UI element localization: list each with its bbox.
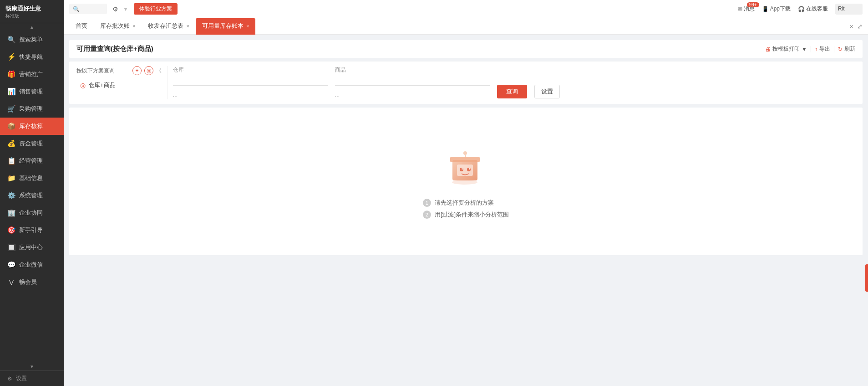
batch-ledger-close-icon[interactable]: × — [132, 23, 135, 29]
tab-home[interactable]: 首页 — [69, 18, 94, 35]
svg-rect-2 — [457, 165, 473, 176]
sidebar-item-label: 企业微信 — [19, 261, 43, 269]
online-service-link[interactable]: 🎧 在线客服 — [798, 5, 828, 13]
settings-button[interactable]: 设置 — [534, 85, 560, 98]
money-icon: 💰 — [7, 139, 15, 148]
user-avatar[interactable]: Rit — [835, 4, 863, 15]
home-tab-label: 首页 — [76, 22, 87, 30]
sidebar-item-marketing[interactable]: 🎁 营销推广 — [0, 66, 64, 83]
print-icon: 🖨 — [765, 46, 771, 52]
print-button[interactable]: 🖨 按模板打印 ▼ — [765, 45, 807, 53]
sidebar-scroll-down[interactable]: ▼ — [0, 363, 64, 371]
lightning-icon: ⚡ — [7, 53, 15, 61]
topbar-messages[interactable]: ✉ 消息 99+ — [738, 5, 755, 13]
empty-state: 1 请先选择要分析的方案 2 用[过滤]条件来缩小分析范围 — [69, 108, 863, 255]
filter-add-button[interactable]: + — [132, 66, 142, 75]
page-header: 可用量查询(按仓库+商品) 🖨 按模板打印 ▼ ↑ 导出 ↻ 刷新 — [69, 40, 863, 58]
sidebar-settings-label: 设置 — [16, 375, 27, 382]
sidebar-item-shortcut[interactable]: ⚡ 快捷导航 — [0, 48, 64, 66]
available-ledger-close-icon[interactable]: × — [246, 23, 249, 29]
tip-num-2: 2 — [423, 211, 431, 219]
sidebar-item-finance[interactable]: 💰 资金管理 — [0, 135, 64, 152]
sidebar-item-operation[interactable]: 📋 经营管理 — [0, 152, 64, 170]
action-divider-1 — [811, 46, 811, 52]
topbar-gear-icon[interactable]: ⚙ — [112, 5, 118, 13]
filter-settings-icon-button[interactable]: ◎ — [144, 66, 153, 75]
sidebar-item-label: 企业协同 — [19, 209, 43, 217]
sidebar-menu: 🔍 搜索菜单 ⚡ 快捷导航 🎁 营销推广 📊 销售管理 🛒 采购管理 📦 库存核… — [0, 31, 64, 363]
svg-point-6 — [469, 168, 470, 170]
gear-icon: ⚙️ — [7, 191, 15, 200]
headset-icon: 🎧 — [798, 6, 805, 12]
filter-collapse-button[interactable]: 《 — [156, 67, 162, 75]
goods-more-icon[interactable]: ··· — [335, 93, 490, 99]
sidebar-item-basic[interactable]: 📁 基础信息 — [0, 170, 64, 187]
empty-tip-1: 1 请先选择要分析的方案 — [423, 199, 509, 207]
sidebar-item-member[interactable]: V 畅会员 — [0, 273, 64, 291]
sidebar-item-label: 搜索菜单 — [19, 36, 43, 44]
sidebar-item-enterprise[interactable]: 🏢 企业协同 — [0, 204, 64, 221]
goods-field: 商品 ··· — [335, 66, 490, 99]
app-version: 标准版 — [5, 13, 58, 19]
available-ledger-tab-label: 可用量库存账本 — [202, 22, 244, 30]
svg-point-3 — [460, 168, 463, 171]
box-icon: 📦 — [7, 122, 15, 130]
topbar-search[interactable]: 🔍 — [69, 4, 107, 14]
trial-industry-button[interactable]: 体验行业方案 — [134, 3, 178, 15]
refresh-icon: ↻ — [838, 46, 843, 52]
target-icon: 🎯 — [7, 226, 15, 234]
sidebar-scroll-up[interactable]: ▲ — [0, 23, 64, 31]
filter-left: 按以下方案查询 + ◎ 《 ◎ 仓库+商品 — [76, 66, 168, 99]
tabs-actions: × ⤢ — [850, 23, 863, 30]
tab-stock-summary[interactable]: 收发存汇总表 × — [142, 18, 195, 35]
sidebar-item-apps[interactable]: 🔲 应用中心 — [0, 239, 64, 256]
tab-expand-button[interactable]: ⤢ — [857, 23, 863, 30]
wechat-icon: 💬 — [7, 261, 15, 269]
search-icon: 🔍 — [7, 36, 15, 44]
filter-option-warehouse-goods[interactable]: ◎ 仓库+商品 — [76, 79, 162, 92]
tip-num-1: 1 — [423, 199, 431, 207]
filter-actions: + ◎ 《 — [132, 66, 162, 75]
sidebar-item-label: 销售管理 — [19, 87, 43, 96]
sidebar-item-wechat[interactable]: 💬 企业微信 — [0, 256, 64, 273]
action-divider-2 — [834, 46, 834, 52]
filter-label-row: 按以下方案查询 + ◎ 《 — [76, 66, 162, 75]
sidebar-item-label: 营销推广 — [19, 70, 43, 78]
stock-summary-close-icon[interactable]: × — [186, 23, 189, 29]
query-button[interactable]: 查询 — [497, 85, 527, 98]
building-icon: 🏢 — [7, 209, 15, 217]
sidebar-item-label: 畅会员 — [19, 278, 37, 286]
empty-svg-icon — [443, 144, 489, 190]
sidebar-item-search[interactable]: 🔍 搜索菜单 — [0, 31, 64, 48]
sidebar-item-label: 经营管理 — [19, 157, 43, 165]
sidebar-item-inventory[interactable]: 📦 库存核算 — [0, 118, 64, 135]
sidebar-item-system[interactable]: ⚙️ 系统管理 — [0, 187, 64, 204]
export-button[interactable]: ↑ 导出 — [815, 45, 830, 53]
tab-close-all-button[interactable]: × — [850, 23, 853, 30]
warehouse-input[interactable] — [173, 75, 328, 86]
warehouse-more-icon[interactable]: ··· — [173, 93, 328, 99]
topbar-dropdown-icon[interactable]: ▼ — [123, 6, 128, 12]
export-icon: ↑ — [815, 46, 817, 52]
apps-icon: 🔲 — [7, 243, 15, 252]
tab-batch-ledger[interactable]: 库存批次账 × — [94, 18, 142, 35]
sidebar-item-newbie[interactable]: 🎯 新手引导 — [0, 221, 64, 239]
goods-input[interactable] — [335, 75, 490, 86]
sidebar-item-purchase[interactable]: 🛒 采购管理 — [0, 100, 64, 118]
tab-available-ledger[interactable]: 可用量库存账本 × — [196, 18, 255, 35]
print-dropdown-icon[interactable]: ▼ — [802, 46, 807, 52]
sidebar-item-label: 应用中心 — [19, 243, 43, 252]
clipboard-icon: 📋 — [7, 157, 15, 165]
empty-tips: 1 请先选择要分析的方案 2 用[过滤]条件来缩小分析范围 — [423, 199, 509, 219]
sidebar-settings[interactable]: ⚙ 设置 — [0, 371, 64, 386]
svg-point-7 — [463, 151, 467, 155]
export-label: 导出 — [819, 45, 830, 53]
refresh-button[interactable]: ↻ 刷新 — [838, 45, 855, 53]
page-title: 可用量查询(按仓库+商品) — [76, 45, 153, 53]
right-scroll-indicator — [865, 264, 868, 292]
app-download-link[interactable]: 📱 App下载 — [762, 5, 791, 13]
print-label: 按模板打印 — [772, 45, 800, 53]
sidebar-item-sales[interactable]: 📊 销售管理 — [0, 83, 64, 100]
sidebar-item-label: 库存核算 — [19, 122, 43, 130]
app-title: 畅康通好生意 — [5, 5, 58, 13]
